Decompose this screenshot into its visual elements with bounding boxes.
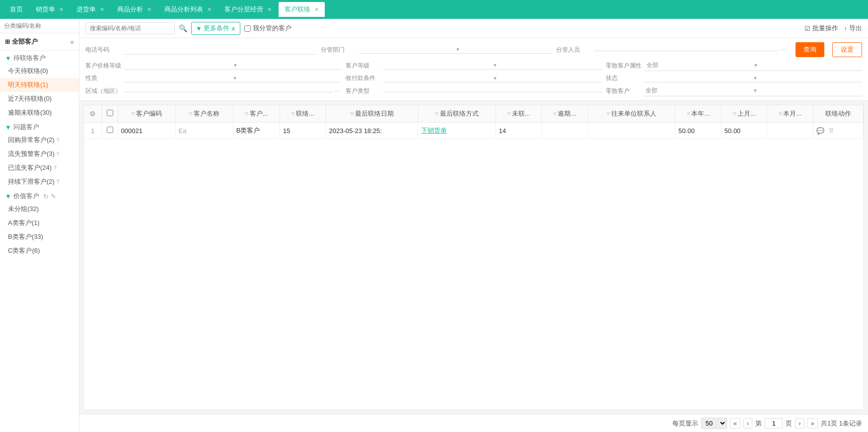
- set-button[interactable]: 设置: [832, 42, 862, 57]
- edit-icon[interactable]: ✎: [51, 193, 56, 200]
- filter-bar: 🔍 ▼ 更多条件 ∧ 我分管的客户 ☑ 批量操作 ↑ 导出: [79, 19, 868, 38]
- close-icon[interactable]: ✕: [100, 6, 104, 13]
- row-checkbox[interactable]: [107, 127, 113, 133]
- filter-icon: ▼: [196, 25, 202, 32]
- gear-icon[interactable]: ⚙: [89, 110, 96, 118]
- chevron-up-icon: ∧: [231, 25, 236, 32]
- col-gear: ⚙: [84, 105, 102, 123]
- content-area: 🔍 ▼ 更多条件 ∧ 我分管的客户 ☑ 批量操作 ↑ 导出: [79, 19, 868, 432]
- retail-attr-select[interactable]: 全部 ▼: [645, 60, 862, 71]
- nav-analysis-list[interactable]: 商品分析列表 ✕: [158, 2, 217, 17]
- region-more-icon[interactable]: ···: [333, 87, 342, 94]
- row-action-cell: 💬 ⠿: [813, 123, 863, 139]
- my-customers-checkbox[interactable]: 我分管的客户: [244, 24, 291, 33]
- price-level-field: 客户价格等级 ▼: [85, 62, 342, 70]
- close-icon[interactable]: ✕: [267, 6, 272, 13]
- contact-action-icon[interactable]: 💬: [816, 127, 824, 135]
- row-uncontacted: 14: [496, 123, 541, 139]
- price-level-select[interactable]: ▼: [124, 62, 342, 70]
- query-button[interactable]: 查询: [796, 42, 824, 57]
- status-select[interactable]: ▼: [644, 74, 862, 82]
- col-checkbox: [102, 105, 118, 123]
- nav-customer-contact[interactable]: 客户联络 ✕: [279, 2, 325, 17]
- phone-field: 电话号码: [85, 45, 317, 55]
- nav-customer-tier[interactable]: 客户分层经营 ✕: [218, 2, 278, 17]
- nav-analysis[interactable]: 商品分析 ✕: [111, 2, 157, 17]
- batch-ops-btn[interactable]: ☑ 批量操作: [804, 24, 838, 33]
- last-method-link[interactable]: 下销货单: [421, 127, 447, 134]
- more-action-icon[interactable]: ⠿: [829, 127, 834, 135]
- nav-sales[interactable]: 销货单 ✕: [30, 2, 70, 17]
- collapse-icon[interactable]: «: [70, 38, 74, 46]
- col-this-month: ≡本月...: [767, 105, 813, 123]
- sidebar-search-input[interactable]: [4, 22, 78, 29]
- payment-field: 收付款条件 ▼: [346, 74, 602, 82]
- sidebar-item-repurchase[interactable]: 回购异常客户(2) ?: [0, 133, 79, 147]
- search-button[interactable]: 🔍: [179, 24, 187, 32]
- first-page-btn[interactable]: «: [730, 418, 740, 429]
- dept-select[interactable]: ▼: [359, 46, 552, 54]
- more-conditions-btn[interactable]: ▼ 更多条件 ∧: [191, 22, 240, 35]
- payment-select[interactable]: ▼: [383, 74, 602, 82]
- sidebar-item-declining[interactable]: 持续下滑客户(2) ?: [0, 175, 79, 189]
- per-page-select[interactable]: 50 100 200: [701, 418, 727, 429]
- page-number-input[interactable]: [765, 418, 783, 429]
- retail-customer-select[interactable]: 全部 ▼: [644, 85, 862, 96]
- close-icon[interactable]: ✕: [314, 6, 319, 13]
- row-last-date: 2023-05-23 18:25:: [326, 123, 418, 139]
- search-input[interactable]: [85, 22, 175, 34]
- col-last-month: ≡上月...: [721, 105, 767, 123]
- row-overdue: [542, 123, 587, 139]
- customer-type-select[interactable]: [383, 90, 602, 92]
- sidebar-item-lost[interactable]: 已流失客户(24) ?: [0, 161, 79, 175]
- export-btn[interactable]: ↑ 导出: [844, 24, 863, 33]
- sidebar-all-customers[interactable]: ⊞ 全部客户 «: [0, 33, 79, 51]
- adv-filter-row-4: 区域（地区） ··· 客户类型 零散客户 全部 ▼: [85, 85, 862, 96]
- dept-field: 分管部门 ▼: [321, 46, 552, 54]
- info-icon: ?: [53, 165, 56, 171]
- close-icon[interactable]: ✕: [59, 6, 64, 13]
- pagination: 每页显示 50 100 200 « ‹ 第 页 › » 共1页 1条记录: [672, 418, 862, 429]
- manager-select[interactable]: [594, 49, 779, 51]
- nav-home[interactable]: 首页: [4, 2, 29, 17]
- sidebar-search-bar: 🔍: [0, 19, 79, 33]
- col-action: 联络动作: [813, 105, 863, 123]
- sidebar-item-class-a[interactable]: A类客户(1): [0, 216, 79, 230]
- refresh-icon[interactable]: ↻: [43, 193, 49, 200]
- col-uncontacted: ≡未联...: [496, 105, 541, 123]
- col-overdue: ≡逾期...: [542, 105, 587, 123]
- sidebar-item-ungrouped[interactable]: 未分组(32): [0, 202, 79, 216]
- sidebar-item-7days[interactable]: 近7天待联络(0): [0, 92, 79, 106]
- retail-attr-field: 零散客户属性 全部 ▼: [606, 60, 862, 71]
- next-page-btn[interactable]: ›: [795, 418, 804, 429]
- advanced-filter: 电话号码 分管部门 ▼ 分管人员 ··· 查询: [79, 38, 868, 101]
- region-select[interactable]: [124, 90, 333, 92]
- prev-page-btn[interactable]: ‹: [743, 418, 752, 429]
- sidebar-item-lostwarning[interactable]: 流失预警客户(3) ?: [0, 147, 79, 161]
- col-unit-contact: ≡往来单位联系人: [587, 105, 675, 123]
- sidebar-item-class-b[interactable]: B类客户(33): [0, 230, 79, 244]
- total-records: 共1页 1条记录: [821, 419, 862, 428]
- manager-more-icon[interactable]: ···: [779, 46, 788, 53]
- sidebar-item-tomorrow[interactable]: 明天待联络(1): [0, 78, 79, 92]
- customer-level-select[interactable]: ▼: [383, 62, 602, 70]
- select-all-checkbox[interactable]: [107, 110, 113, 116]
- row-last-month: 50.00: [721, 123, 767, 139]
- my-customers-check[interactable]: [244, 25, 251, 32]
- col-contacts: ≡联络...: [280, 105, 326, 123]
- gender-select[interactable]: ▼: [123, 74, 342, 82]
- close-icon[interactable]: ✕: [207, 6, 212, 13]
- nav-purchase[interactable]: 进货单 ✕: [71, 2, 110, 17]
- last-page-btn[interactable]: »: [807, 418, 818, 429]
- region-field: 区域（地区） ···: [85, 87, 342, 95]
- sidebar-item-class-c[interactable]: C类客户(6): [0, 244, 79, 258]
- phone-input[interactable]: [123, 45, 317, 55]
- row-checkbox-cell: [102, 123, 118, 139]
- col-type: ≡客户...: [233, 105, 280, 123]
- close-icon[interactable]: ✕: [147, 6, 151, 13]
- section-value-customers: ▼ 价值客户 ↻ ✎: [0, 189, 79, 202]
- adv-filter-row-2: 客户价格等级 ▼ 客户等级 ▼ 零散客户属性 全部: [85, 60, 862, 71]
- row-index: 1: [84, 123, 102, 139]
- sidebar-item-overdue[interactable]: 逾期未联络(30): [0, 106, 79, 120]
- sidebar-item-today[interactable]: 今天待联络(0): [0, 64, 79, 78]
